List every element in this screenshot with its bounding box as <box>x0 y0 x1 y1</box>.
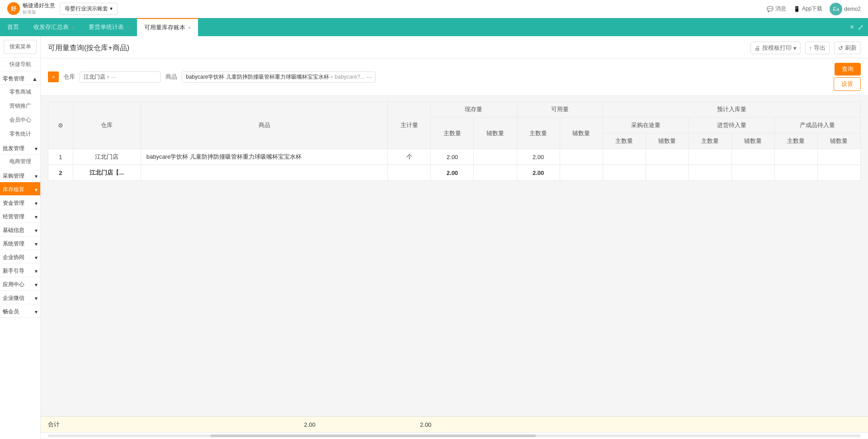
sidebar-item-members[interactable]: 会员中心 <box>0 113 40 127</box>
settings-col-header[interactable]: ⚙ <box>48 102 73 149</box>
available-header: 可用量 <box>517 102 603 118</box>
sidebar-item-retail-store[interactable]: 零售商城 <box>0 85 40 99</box>
row-stock-main: 2.00 <box>431 165 474 181</box>
footer-stock-aux <box>339 421 396 428</box>
sidebar-section-member[interactable]: 畅会员 ▾ <box>0 304 40 318</box>
finished-aux-header: 辅数量 <box>817 133 860 149</box>
refresh-button[interactable]: ↺ 刷新 <box>834 42 861 54</box>
sidebar-section-apps[interactable]: 应用中心 ▾ <box>0 277 40 291</box>
planned-inbound-header: 预计入库量 <box>603 102 860 118</box>
top-bar: 好 畅捷通好生意 标准版 母婴行业演示账套 ▾ 💬 消息 📱 App下载 Ea … <box>0 0 868 18</box>
close-tab-receipts[interactable]: × <box>71 24 74 30</box>
close-all-tabs-button[interactable]: × <box>850 23 854 31</box>
nav-actions: × ⤢ <box>845 23 868 32</box>
sidebar-section-wechat[interactable]: 企业微信 ▾ <box>0 291 40 304</box>
purchase-aux-header: 辅数量 <box>646 133 689 149</box>
tab-order-stats[interactable]: 要货单统计表 × <box>81 18 137 36</box>
close-tab-available-inventory[interactable]: × <box>188 25 191 30</box>
sidebar-section-wholesale[interactable]: 批发管理 ▾ <box>0 141 40 155</box>
app-icon: 📱 <box>793 6 800 12</box>
close-tab-order-stats[interactable]: × <box>127 24 129 30</box>
page-header: 可用量查询(按仓库+商品) 🖨 按模板打印 ▾ ↑ 导出 ↺ 刷新 <box>41 36 868 58</box>
scroll-track <box>48 434 861 437</box>
search-menu-button[interactable]: 搜索菜单 <box>4 40 37 54</box>
chevron-up-icon: ▲ <box>32 76 38 82</box>
table-settings-icon[interactable]: ⚙ <box>58 122 63 129</box>
inbound-aux-header: 辅数量 <box>731 133 774 149</box>
chevron-down-icon-ent: ▾ <box>35 255 38 261</box>
message-button[interactable]: 💬 消息 <box>767 5 786 13</box>
sidebar-section-enterprise[interactable]: 企业协同 ▾ <box>0 250 40 264</box>
product-filter[interactable]: babycare学饮杯 儿童防摔防撞吸管杯重力球吸嘴杯宝宝水杯 × babyca… <box>182 71 376 83</box>
filter-expand-button[interactable]: » <box>48 71 59 82</box>
row-finished-main <box>774 149 817 165</box>
warehouse-tag: 江北门店 × <box>84 73 109 81</box>
stock-main-header: 主数量 <box>431 118 474 149</box>
wholesale-label: 批发管理 <box>3 145 24 152</box>
avail-main-header: 主数量 <box>517 118 560 149</box>
chevron-down-icon-mem: ▾ <box>35 309 38 315</box>
horizontal-scrollbar[interactable] <box>41 432 868 439</box>
main-unit-col-header: 主计量 <box>388 102 431 149</box>
chevron-down-icon-sys: ▾ <box>35 241 38 247</box>
sidebar-section-newbie[interactable]: 新手引导 ▾ <box>0 264 40 277</box>
fullscreen-button[interactable]: ⤢ <box>858 23 863 32</box>
purchase-transit-header: 采购在途量 <box>603 118 689 133</box>
row-inbound-aux <box>731 165 774 181</box>
logo-area: 好 畅捷通好生意 标准版 <box>7 2 55 15</box>
user-menu[interactable]: Ea demo2 <box>830 3 861 15</box>
row-avail-aux <box>560 165 603 181</box>
chevron-down-icon-finance: ▾ <box>35 200 38 207</box>
sidebar-section-inventory[interactable]: 库存核算 ▾ <box>0 182 40 196</box>
industry-selector[interactable]: 母婴行业演示账套 ▾ <box>60 3 118 15</box>
product-col-header: 商品 <box>141 102 388 149</box>
query-button[interactable]: 查询 <box>835 63 861 76</box>
sidebar-item-retail-stats[interactable]: 零售统计 <box>0 127 40 141</box>
template-print-button[interactable]: 🖨 按模板打印 ▾ <box>750 42 801 54</box>
top-bar-left: 好 畅捷通好生意 标准版 母婴行业演示账套 ▾ <box>7 2 118 15</box>
sidebar-section-retail[interactable]: 零售管理 ▲ <box>0 71 40 85</box>
sidebar-section-finance[interactable]: 资金管理 ▾ <box>0 196 40 209</box>
product-label: 商品 <box>165 73 177 81</box>
logo-icon: 好 <box>7 2 20 15</box>
sidebar-item-quick-nav[interactable]: 快捷导航 <box>0 58 40 71</box>
sidebar-search-area: 搜索菜单 <box>0 36 40 58</box>
warehouse-label: 仓库 <box>63 73 75 81</box>
settings-button[interactable]: 设置 <box>834 77 861 91</box>
sidebar-section-system[interactable]: 系统管理 ▾ <box>0 236 40 250</box>
tab-receipts[interactable]: 收发存汇总表 × <box>26 18 81 36</box>
finished-main-header: 主数量 <box>774 133 817 149</box>
sidebar-section-purchase[interactable]: 采购管理 ▾ <box>0 169 40 182</box>
footer-avail-aux <box>455 421 513 428</box>
chevron-down-icon-ops: ▾ <box>35 214 38 220</box>
tab-home[interactable]: 首页 <box>0 18 26 36</box>
logo-info: 畅捷通好生意 标准版 <box>23 2 55 15</box>
logo-text: 畅捷通好生意 <box>23 2 55 9</box>
main-layout: 搜索菜单 快捷导航 零售管理 ▲ 零售商城 营销推广 会员中心 零售统计 批发管… <box>0 36 868 439</box>
export-button[interactable]: ↑ 导出 <box>805 42 830 54</box>
footer-values: 2.00 2.00 <box>107 421 861 428</box>
sidebar-item-marketing[interactable]: 营销推广 <box>0 99 40 113</box>
message-icon: 💬 <box>767 6 774 12</box>
warehouse-filter[interactable]: 江北门店 × ··· <box>80 71 161 83</box>
remove-product-tag[interactable]: × <box>330 75 333 80</box>
inventory-table: ⚙ 仓库 商品 主计量 现存量 可用量 预计入库量 主数量 辅数量 主数量 辅数… <box>48 101 861 181</box>
row-finished-main <box>774 165 817 181</box>
row-inbound-aux <box>731 149 774 165</box>
row-main-unit: 个 <box>388 149 431 165</box>
chevron-down-icon-new: ▾ <box>35 268 38 274</box>
retail-label: 零售管理 <box>3 75 24 83</box>
sidebar-item-ecommerce[interactable]: 电商管理 <box>0 155 40 169</box>
row-avail-main: 2.00 <box>517 149 560 165</box>
sidebar-section-operations[interactable]: 经营管理 ▾ <box>0 209 40 223</box>
app-download-button[interactable]: 📱 App下载 <box>793 5 822 13</box>
chevron-down-icon: ▾ <box>35 146 38 152</box>
sidebar-section-basic[interactable]: 基础信息 ▾ <box>0 223 40 236</box>
current-stock-header: 现存量 <box>431 102 517 118</box>
scroll-thumb[interactable] <box>211 434 536 437</box>
table-row: 1 江北门店 babycare学饮杯 儿童防摔防撞吸管杯重力球吸嘴杯宝宝水杯 个… <box>48 149 861 165</box>
logo-sub: 标准版 <box>23 9 55 15</box>
tab-available-inventory[interactable]: 可用量库存账本 × <box>137 18 198 36</box>
remove-warehouse-tag[interactable]: × <box>107 75 109 80</box>
inbound-pending-header: 进货待入量 <box>689 118 774 133</box>
